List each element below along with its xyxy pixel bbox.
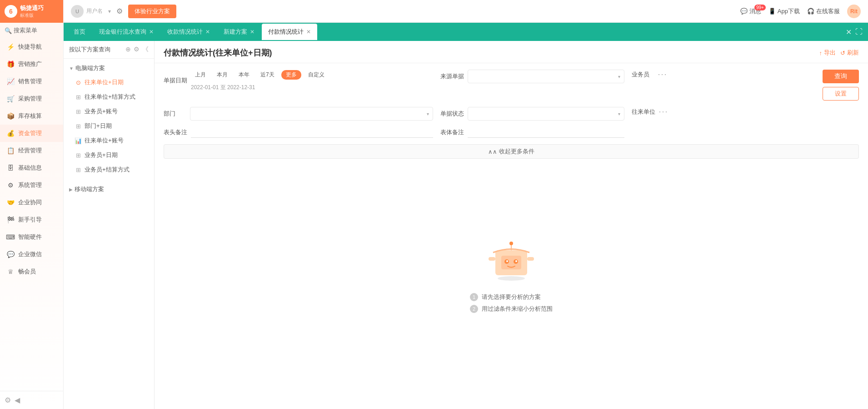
user-avatar-right[interactable]: Rit (847, 5, 861, 18)
scheme-item-dept-date[interactable]: ⊞ 部门+日期 (64, 119, 154, 133)
sidebar-item-vip[interactable]: ♕ 畅会员 (0, 263, 63, 280)
tab-cash-query-close[interactable]: ✕ (149, 29, 154, 35)
body-remark-input[interactable] (468, 127, 624, 138)
sidebar-item-purchase[interactable]: 🛒 采购管理 (0, 90, 63, 107)
tab-receipt-stats[interactable]: 收款情况统计 ✕ (161, 24, 216, 40)
setting-button[interactable]: 设置 (823, 87, 859, 101)
scheme-item-staff-payment[interactable]: ⊞ 业务员+结算方式 (64, 162, 154, 177)
header-remark-label: 表头备注 (164, 128, 187, 136)
header-remark-input[interactable] (191, 127, 433, 138)
add-scheme-icon[interactable]: ⊕ (125, 45, 131, 54)
scheme-table-icon-5: ⊞ (75, 166, 82, 173)
collapse-scheme-icon[interactable]: 《 (142, 45, 149, 54)
svg-point-6 (515, 260, 517, 262)
sidebar-item-enterprise[interactable]: 🤝 企业协同 (0, 194, 63, 211)
scheme-item-staff-account-label: 业务员+账号 (85, 107, 118, 116)
tab-cash-query[interactable]: 现金银行流水查询 ✕ (93, 24, 160, 40)
scheme-item-staff-date[interactable]: ⊞ 业务员+日期 (64, 148, 154, 162)
finance-icon: 💰 (6, 129, 15, 137)
search-menu[interactable]: 🔍 搜索菜单 (0, 23, 63, 38)
date-btn-more[interactable]: 更多 (281, 70, 301, 80)
sidebar: 6 畅捷通巧 标准版 🔍 搜索菜单 ⚡ 快捷导航 🎁 营销推广 📈 销售管理 🛒… (0, 0, 64, 409)
status-select[interactable]: ▾ (468, 107, 624, 121)
scheme-item-partner-payment-label: 往来单位+结算方式 (85, 93, 135, 101)
tab-maximize-icon[interactable]: ⛶ (855, 28, 863, 36)
dept-select[interactable]: ▾ (190, 107, 433, 121)
mobile-scheme-title[interactable]: ▶ 移动端方案 (64, 182, 154, 196)
desktop-scheme-label: 电脑端方案 (75, 64, 105, 72)
desktop-scheme-title[interactable]: ▼ 电脑端方案 (64, 61, 154, 75)
basic-label: 基础信息 (18, 164, 42, 172)
sidebar-item-guide[interactable]: 🏁 新手引导 (0, 211, 63, 228)
scheme-item-staff-account[interactable]: ⊞ 业务员+账号 (64, 104, 154, 119)
collapse-button[interactable]: ∧∧ 收起更多条件 (164, 144, 859, 159)
scheme-item-partner-payment[interactable]: ⊞ 往来单位+结算方式 (64, 90, 154, 104)
message-badge[interactable]: 💬 消息 99+ (740, 7, 761, 15)
mobile-scheme-label: 移动端方案 (75, 185, 104, 193)
system-icon: ⚙ (6, 181, 15, 189)
source-select-arrow: ▾ (618, 74, 620, 79)
refresh-button[interactable]: ↺ 刷新 (840, 49, 859, 57)
date-btn-this-year[interactable]: 本年 (234, 70, 254, 80)
manage-scheme-icon[interactable]: ⚙ (134, 45, 140, 54)
query-button[interactable]: 查询 (823, 70, 859, 83)
sidebar-item-system[interactable]: ⚙ 系统管理 (0, 177, 63, 194)
date-btn-7days[interactable]: 近7天 (256, 70, 279, 80)
collapse-up-icon: ∧∧ (488, 148, 497, 155)
sales-icon: 📈 (6, 77, 15, 86)
scheme-header-icons: ⊕ ⚙ 《 (125, 45, 149, 54)
logo-icon: 6 (5, 5, 17, 18)
tab-payment-stats[interactable]: 付款情况统计 ✕ (262, 24, 317, 40)
sidebar-item-sales[interactable]: 📈 销售管理 (0, 73, 63, 90)
scheme-item-partner-date[interactable]: ⊙ 往来单位+日期 (64, 75, 154, 90)
sidebar-item-operation[interactable]: 📋 经营管理 (0, 142, 63, 159)
wechat-icon: 💬 (6, 250, 15, 258)
collapse-sidebar-icon[interactable]: ◀ (15, 396, 20, 404)
sidebar-item-hardware[interactable]: ⌨ 智能硬件 (0, 228, 63, 246)
date-label: 单据日期 (164, 76, 187, 85)
filter-actions: 查询 设置 (823, 70, 859, 101)
sidebar-item-wechat[interactable]: 💬 企业微信 (0, 246, 63, 263)
inventory-icon: 📦 (6, 112, 15, 120)
guide-icon: 🏁 (6, 216, 15, 224)
marketing-icon: 🎁 (6, 60, 15, 68)
sidebar-item-quick-nav[interactable]: ⚡ 快捷导航 (0, 38, 63, 56)
filter-header-remark-item: 表头备注 (164, 127, 433, 138)
date-group: 上月 本月 本年 近7天 更多 自定义 2022-01-01 至 2022-12… (191, 70, 433, 91)
content-area: 按以下方案查询 ⊕ ⚙ 《 ▼ 电脑端方案 ⊙ 往来单位+日期 ⊞ (64, 41, 868, 409)
export-button[interactable]: ↑ 导出 (819, 49, 836, 57)
tab-payment-stats-label: 付款情况统计 (268, 28, 304, 36)
trial-button[interactable]: 体验行业方案 (128, 5, 176, 18)
online-service[interactable]: 🎧 在线客服 (807, 7, 840, 15)
date-btn-custom[interactable]: 自定义 (304, 70, 329, 80)
source-label: 来源单据 (440, 72, 464, 81)
search-icon: 🔍 (5, 27, 12, 34)
salesman-label: 业务员 (632, 71, 654, 79)
guide-label: 新手引导 (18, 216, 42, 224)
partner-dots[interactable]: ··· (659, 107, 668, 116)
sidebar-item-marketing[interactable]: 🎁 营销推广 (0, 56, 63, 73)
tab-receipt-stats-close[interactable]: ✕ (205, 29, 210, 35)
tab-payment-stats-close[interactable]: ✕ (306, 29, 311, 35)
message-count: 99+ (754, 5, 766, 10)
tab-new-scheme-close[interactable]: ✕ (250, 29, 254, 35)
sidebar-logo: 6 畅捷通巧 标准版 (0, 0, 63, 23)
tab-new-scheme[interactable]: 新建方案 ✕ (217, 24, 261, 40)
salesman-dots[interactable]: ··· (658, 70, 668, 79)
sidebar-item-finance[interactable]: 💰 资金管理 (0, 125, 63, 142)
tab-cash-query-label: 现金银行流水查询 (99, 28, 146, 36)
sidebar-item-basic[interactable]: 🗄 基础信息 (0, 159, 63, 177)
scheme-item-partner-account-label: 往来单位+账号 (85, 136, 124, 145)
svg-rect-9 (489, 257, 495, 261)
tab-home[interactable]: 首页 (67, 24, 92, 40)
settings-bottom-icon[interactable]: ⚙ (5, 396, 11, 404)
topbar-gear-icon[interactable]: ⚙ (116, 7, 123, 15)
enterprise-icon: 🤝 (6, 198, 15, 207)
scheme-item-partner-account[interactable]: 📊 往来单位+账号 (64, 133, 154, 148)
date-btn-last-month[interactable]: 上月 (191, 70, 210, 80)
date-btn-this-month[interactable]: 本月 (213, 70, 232, 80)
source-select[interactable]: ▾ (468, 70, 624, 83)
app-download[interactable]: 📱 App下载 (768, 7, 800, 15)
sidebar-item-inventory[interactable]: 📦 库存核算 (0, 107, 63, 125)
tab-close-all-icon[interactable]: ✕ (846, 28, 852, 36)
